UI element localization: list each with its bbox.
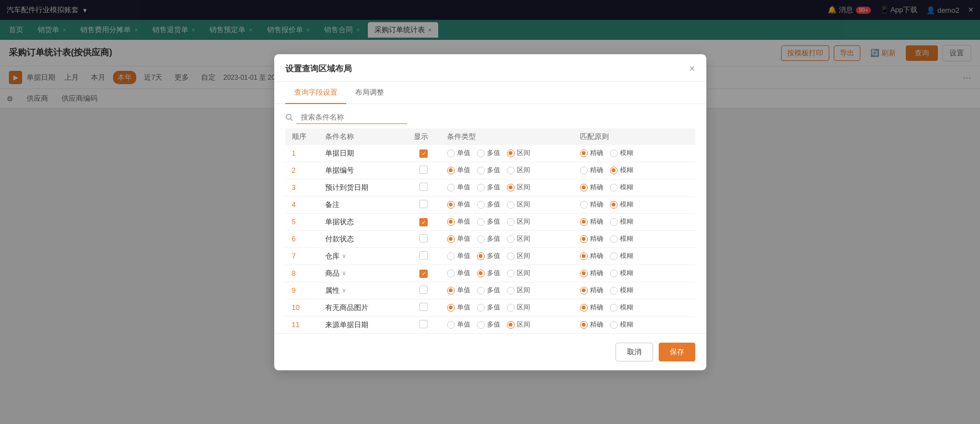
dialog-tabs: 查询字段设置 布局调整 — [274, 82, 706, 104]
dialog-header: 设置查询区域布局 × — [274, 54, 706, 82]
dialog-close-button[interactable]: × — [689, 63, 695, 75]
dialog-tab-query-fields[interactable]: 查询字段设置 — [285, 82, 346, 104]
dialog-search-area — [274, 104, 706, 109]
settings-dialog: 设置查询区域布局 × 查询字段设置 布局调整 顺 — [274, 54, 706, 109]
dialog-overlay: 设置查询区域布局 × 查询字段设置 布局调整 顺 — [0, 0, 980, 108]
dialog-tab-layout[interactable]: 布局调整 — [346, 82, 393, 104]
dialog-title: 设置查询区域布局 — [285, 64, 352, 74]
